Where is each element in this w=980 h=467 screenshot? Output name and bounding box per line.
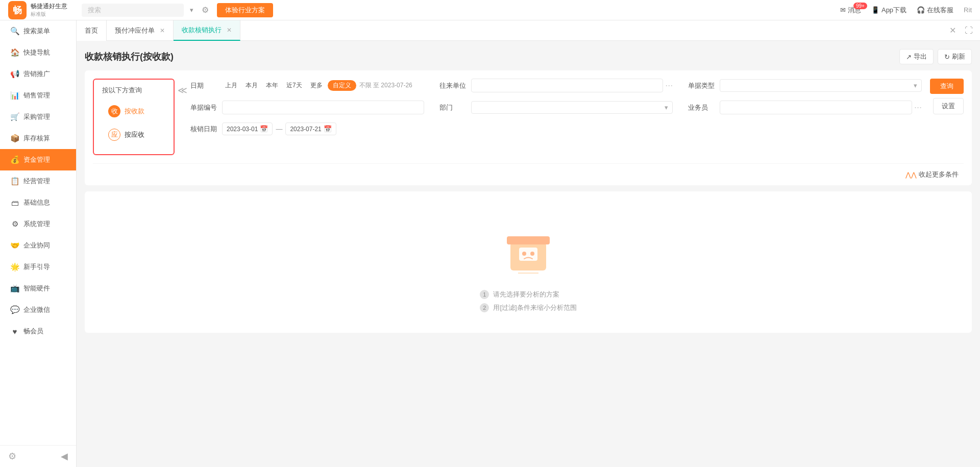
sidebar-item-quick-nav[interactable]: 🏠 快捷导航 bbox=[0, 42, 76, 63]
settings-icon[interactable]: ⚙ bbox=[202, 5, 209, 15]
verify-date-end-box[interactable]: 2023-07-21 📅 bbox=[285, 122, 336, 135]
prepay-tab-close[interactable]: ✕ bbox=[160, 27, 165, 34]
verify-date-start-box[interactable]: 2023-03-01 📅 bbox=[222, 122, 273, 135]
filter-options-panel: 按以下方查询 收 按收款 应 按应收 bbox=[93, 79, 175, 155]
sidebar-item-basic-info[interactable]: 🗃 基础信息 bbox=[0, 192, 76, 213]
sidebar-item-inventory[interactable]: 📦 库存核算 bbox=[0, 128, 76, 149]
counterparty-label: 往来单位 bbox=[439, 81, 466, 90]
counterparty-input[interactable] bbox=[471, 79, 664, 92]
doc-type-select[interactable]: ▾ bbox=[720, 79, 922, 92]
svg-point-4 bbox=[530, 252, 534, 256]
solution-button[interactable]: 体验行业方案 bbox=[217, 3, 273, 17]
collapse-more-button[interactable]: ⋀⋀ 收起更多条件 bbox=[900, 168, 964, 181]
expand-icon[interactable]: ⛶ bbox=[962, 23, 976, 38]
tab-receivables[interactable]: 收款核销执行 ✕ bbox=[174, 20, 240, 41]
refresh-icon: ↻ bbox=[944, 53, 950, 61]
search-dropdown-icon[interactable]: ▾ bbox=[190, 6, 193, 14]
salesperson-more-icon[interactable]: ··· bbox=[914, 102, 922, 113]
app-download-button[interactable]: 📱 App下载 bbox=[871, 6, 906, 15]
sidebar-item-enterprise[interactable]: 🤝 企业协同 bbox=[0, 235, 76, 256]
search-area[interactable]: 搜索 bbox=[82, 4, 184, 17]
date-btn-thisyear[interactable]: 本年 bbox=[263, 80, 281, 91]
sidebar-item-sales[interactable]: 📊 销售管理 bbox=[0, 85, 76, 106]
hint-1-text: 请先选择要分析的方案 bbox=[493, 290, 559, 299]
date-label: 日期 bbox=[190, 81, 217, 90]
collapse-sidebar-icon[interactable]: ◀ bbox=[61, 451, 68, 462]
date-btn-lastmonth[interactable]: 上月 bbox=[222, 80, 240, 91]
sidebar-item-guide[interactable]: 🌟 新手引导 bbox=[0, 256, 76, 278]
content-area: 首页 预付冲应付单 ✕ 收款核销执行 ✕ ✕ ⛶ 收款核销执行(按收款) bbox=[77, 20, 980, 467]
verify-date-end-text: 2023-07-21 bbox=[290, 126, 321, 133]
filter-option-by-receivable[interactable]: 应 按应收 bbox=[102, 125, 165, 145]
sales-icon: 📊 bbox=[10, 91, 19, 100]
refresh-button[interactable]: ↻ 刷新 bbox=[938, 49, 972, 64]
counterparty-more-icon[interactable]: ··· bbox=[665, 80, 673, 91]
sidebar-item-sys-mgmt[interactable]: ⚙ 系统管理 bbox=[0, 213, 76, 235]
doc-type-arrow-icon: ▾ bbox=[914, 82, 917, 89]
salesperson-filter-row: 业务员 ··· bbox=[688, 101, 922, 114]
sidebar-item-member[interactable]: ♥ 畅会员 bbox=[0, 321, 76, 342]
query-button[interactable]: 查询 bbox=[930, 79, 964, 94]
verify-date-start-text: 2023-03-01 bbox=[227, 126, 258, 133]
verify-date-input-row: 2023-03-01 📅 — 2023-07-21 📅 bbox=[222, 122, 336, 135]
basic-info-icon: 🗃 bbox=[10, 199, 19, 207]
verify-date-filter-row: 核销日期 2023-03-01 📅 — 2023-07-21 bbox=[190, 122, 424, 135]
inventory-icon: 📦 bbox=[10, 134, 19, 143]
empty-illustration bbox=[498, 222, 559, 280]
settings-button[interactable]: 设置 bbox=[933, 98, 964, 114]
sidebar-label-search-menu: 搜索菜单 bbox=[23, 27, 50, 36]
date-nolimit-text: 不限 至 2023-07-26 bbox=[359, 81, 412, 90]
sidebar-item-wechat[interactable]: 💬 企业微信 bbox=[0, 299, 76, 321]
filter-grid: 日期 上月 本月 本年 近7天 更多 自定义 不 bbox=[190, 79, 922, 135]
date-btn-7days[interactable]: 近7天 bbox=[283, 80, 305, 91]
filter-collapse-icon[interactable]: ≪ bbox=[175, 79, 190, 102]
service-icon: 🎧 bbox=[917, 6, 925, 14]
sidebar-item-marketing[interactable]: 📢 营销推广 bbox=[0, 63, 76, 85]
sidebar: 🔍 搜索菜单 🏠 快捷导航 📢 营销推广 📊 销售管理 🛒 采购管理 📦 库存核… bbox=[0, 20, 77, 467]
filter-section-title: 按以下方查询 bbox=[102, 86, 165, 95]
sidebar-label-inventory: 库存核算 bbox=[23, 134, 50, 143]
close-all-tabs-icon[interactable]: ✕ bbox=[945, 23, 960, 38]
hint-1-num: 1 bbox=[480, 290, 489, 299]
tab-prepay[interactable]: 预付冲应付单 ✕ bbox=[107, 20, 174, 41]
date-btn-custom[interactable]: 自定义 bbox=[328, 80, 356, 91]
calendar-end-icon: 📅 bbox=[324, 125, 332, 133]
filter-option-by-receipt[interactable]: 收 按收款 bbox=[102, 101, 165, 121]
message-button[interactable]: ✉ 消息 99+ bbox=[840, 6, 861, 15]
wechat-icon: 💬 bbox=[10, 305, 19, 314]
date-separator: — bbox=[276, 125, 282, 133]
date-btn-thismonth[interactable]: 本月 bbox=[242, 80, 261, 91]
empty-hint-1: 1 请先选择要分析的方案 bbox=[480, 290, 576, 299]
app-logo: 畅 bbox=[8, 1, 27, 19]
export-button[interactable]: ↗ 导出 bbox=[899, 49, 934, 64]
filter-top-section: 按以下方查询 收 按收款 应 按应收 ≪ bbox=[93, 70, 964, 163]
enterprise-icon: 🤝 bbox=[10, 241, 19, 250]
sidebar-item-search-menu[interactable]: 🔍 搜索菜单 bbox=[0, 20, 76, 42]
guide-icon: 🌟 bbox=[10, 262, 19, 272]
brand-badge: 标准版 bbox=[31, 11, 67, 17]
user-info[interactable]: Rit bbox=[964, 6, 972, 14]
sidebar-label-hardware: 智能硬件 bbox=[23, 284, 50, 293]
sidebar-label-quick-nav: 快捷导航 bbox=[23, 48, 50, 57]
gear-bottom-icon[interactable]: ⚙ bbox=[8, 451, 16, 462]
doc-type-label: 单据类型 bbox=[688, 81, 715, 90]
salesperson-input[interactable] bbox=[720, 101, 912, 114]
dept-select[interactable]: ▾ bbox=[471, 101, 673, 114]
finance-icon: 💰 bbox=[10, 155, 19, 164]
salesperson-label: 业务员 bbox=[688, 103, 715, 112]
sidebar-label-enterprise: 企业协同 bbox=[23, 241, 50, 250]
home-tab-label: 首页 bbox=[85, 26, 98, 35]
sidebar-item-finance[interactable]: 💰 资金管理 bbox=[0, 149, 76, 170]
receivables-tab-close[interactable]: ✕ bbox=[227, 27, 232, 34]
collapse-more-label: 收起更多条件 bbox=[919, 170, 959, 179]
date-btn-more[interactable]: 更多 bbox=[307, 80, 326, 91]
sidebar-item-hardware[interactable]: 📺 智能硬件 bbox=[0, 278, 76, 299]
sidebar-item-purchase[interactable]: 🛒 采购管理 bbox=[0, 106, 76, 128]
sidebar-item-ops[interactable]: 📋 经营管理 bbox=[0, 170, 76, 192]
tab-home[interactable]: 首页 bbox=[77, 20, 107, 41]
doc-num-input[interactable] bbox=[222, 101, 424, 114]
online-service-button[interactable]: 🎧 在线客服 bbox=[917, 6, 953, 15]
sidebar-label-sys-mgmt: 系统管理 bbox=[23, 219, 50, 229]
page-content: 收款核销执行(按收款) ↗ 导出 ↻ 刷新 bbox=[77, 41, 980, 467]
purchase-icon: 🛒 bbox=[10, 112, 19, 121]
